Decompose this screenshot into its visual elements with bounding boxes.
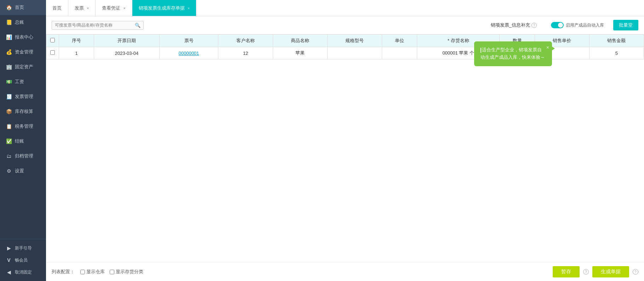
row-amount: 5 [589, 47, 644, 59]
tab-sales-invoice-close[interactable]: × [188, 6, 190, 10]
sidebar-item-label: 税务管理 [15, 123, 33, 130]
toggle-wrapper: 启用产成品自动入库 [551, 22, 604, 28]
save-button[interactable]: 暂存 [553, 266, 580, 277]
sidebar: 🏠 首页 📒 总账 📊 报表中心 💰 资金管理 🏢 固定资产 💵 工资 🧾 发票… [0, 0, 46, 281]
row-customer: 12 [218, 47, 273, 59]
sidebar-item-home[interactable]: 🏠 首页 [0, 0, 46, 15]
tooltip-cursor [481, 48, 481, 53]
sidebar-item-label: 发票管理 [15, 93, 33, 100]
main-area: 首页 发票 × 查看凭证 × 销项发票生成库存单据 × 🔍 销项发票_信息补充 … [46, 0, 644, 281]
toolbar-row: 🔍 销项发票_信息补充 ? 启用产成品自动入库 批量堂 [46, 16, 644, 34]
sidebar-item-label: 首页 [15, 4, 24, 11]
member-icon: V [6, 257, 12, 263]
ledger-icon: 📒 [6, 19, 12, 25]
sidebar-item-member[interactable]: V 畅会员 [0, 254, 46, 266]
tab-home[interactable]: 首页 [46, 0, 68, 16]
tab-view-voucher-label: 查看凭证 [102, 5, 120, 11]
sidebar-item-beginner-guide[interactable]: ▶ 新手引导 [0, 242, 46, 254]
row-unit [382, 47, 417, 59]
sidebar-item-checkout[interactable]: ✅ 结账 [0, 134, 46, 149]
sidebar-item-label: 资金管理 [15, 49, 33, 55]
sidebar-item-label: 总账 [15, 19, 24, 25]
generate-help-icon[interactable]: ? [633, 269, 638, 275]
tooltip-close-button[interactable]: × [546, 44, 549, 51]
cancel-fix-button[interactable]: ◀ 取消固定 [0, 266, 46, 278]
batch-button[interactable]: 批量堂 [613, 20, 638, 30]
header-ticket-no: 票号 [159, 35, 218, 47]
row-checkbox[interactable] [50, 50, 55, 55]
sidebar-item-invoice-management[interactable]: 🧾 发票管理 [0, 89, 46, 104]
sidebar-item-salary[interactable]: 💵 工资 [0, 74, 46, 89]
header-spec: 规格型号 [327, 35, 382, 47]
sidebar-item-label: 工资 [15, 79, 24, 85]
content-area: 🔍 销项发票_信息补充 ? 启用产成品自动入库 批量堂 × 适合生产型企业，销项… [46, 16, 644, 281]
sidebar-bottom: ▶ 新手引导 V 畅会员 ◀ 取消固定 [0, 239, 46, 281]
info-text: 销项发票_信息补充 [491, 22, 530, 28]
header-product-name: 商品名称 [273, 35, 327, 47]
info-question-icon[interactable]: ? [531, 23, 537, 28]
select-all-checkbox[interactable] [50, 38, 55, 42]
inventory-icon: 📦 [6, 108, 12, 115]
sidebar-item-tax-management[interactable]: 📋 税务管理 [0, 119, 46, 134]
show-warehouse-checkbox[interactable]: 显示仓库 [80, 269, 105, 275]
tooltip-popup: × 适合生产型企业，销项发票自动生成产成品入库，快来体验～ [474, 41, 552, 66]
header-unit: 单位 [382, 35, 417, 47]
tab-invoice-close[interactable]: × [87, 6, 89, 10]
search-input[interactable] [55, 23, 133, 28]
row-checkbox-cell [46, 47, 59, 59]
salary-icon: 💵 [6, 79, 12, 85]
header-customer: 客户名称 [218, 35, 273, 47]
row-seq: 1 [59, 47, 94, 59]
tab-sales-invoice[interactable]: 销项发票生成库存单据 × [132, 0, 196, 16]
checkout-icon: ✅ [6, 138, 12, 144]
ticket-no-link[interactable]: 00000001 [179, 51, 199, 56]
sidebar-item-inventory[interactable]: 📦 库存核算 [0, 104, 46, 119]
archive-icon: 🗂 [6, 153, 12, 159]
tab-view-voucher[interactable]: 查看凭证 × [96, 0, 132, 16]
show-category-input[interactable] [110, 270, 114, 274]
header-date: 开票日期 [94, 35, 160, 47]
row-date: 2023-03-04 [94, 47, 160, 59]
sidebar-item-label: 固定资产 [15, 64, 33, 70]
sidebar-item-fixed-assets[interactable]: 🏢 固定资产 [0, 59, 46, 74]
sidebar-bottom-label: 新手引导 [15, 245, 32, 251]
search-box[interactable]: 🔍 [52, 21, 144, 30]
sidebar-item-report-center[interactable]: 📊 报表中心 [0, 30, 46, 45]
generate-button[interactable]: 生成单据 [592, 266, 629, 277]
tab-view-voucher-close[interactable]: × [123, 6, 125, 10]
row-product-name: 苹果 [273, 47, 327, 59]
sidebar-item-label: 归档管理 [15, 153, 33, 159]
sidebar-item-label: 库存核算 [15, 108, 33, 115]
sidebar-item-general-ledger[interactable]: 📒 总账 [0, 15, 46, 30]
home-icon: 🏠 [6, 4, 12, 11]
assets-icon: 🏢 [6, 64, 12, 70]
tax-icon: 📋 [6, 123, 12, 130]
fund-icon: 💰 [6, 49, 12, 55]
invoice-icon: 🧾 [6, 93, 12, 100]
sidebar-item-fund-management[interactable]: 💰 资金管理 [0, 45, 46, 59]
bottom-bar: 列表配置： 显示仓库 显示存货分类 暂存 ? 生成单据 ? [46, 262, 644, 281]
sidebar-item-archive[interactable]: 🗂 归档管理 [0, 149, 46, 164]
cancel-fix-icon: ◀ [6, 269, 12, 275]
toggle-knob [558, 23, 563, 28]
show-warehouse-input[interactable] [80, 270, 85, 274]
tab-sales-invoice-label: 销项发票生成库存单据 [139, 5, 185, 11]
table-container: × 适合生产型企业，销项发票自动生成产成品入库，快来体验～ 序号 开票日期 票号… [46, 34, 644, 262]
show-category-label: 显示存货分类 [116, 269, 143, 275]
save-help-icon[interactable]: ? [583, 269, 589, 275]
sidebar-item-settings[interactable]: ⚙ 设置 [0, 164, 46, 178]
sidebar-item-label: 设置 [15, 168, 24, 174]
auto-warehouse-toggle[interactable] [551, 22, 564, 28]
table-header-row: 序号 开票日期 票号 客户名称 商品名称 规格型号 单位 * 存货名称 数量 销… [46, 35, 644, 47]
show-category-checkbox[interactable]: 显示存货分类 [110, 269, 143, 275]
bottom-actions: 暂存 ? 生成单据 ? [553, 266, 638, 277]
settings-icon: ⚙ [6, 168, 12, 174]
info-label: 销项发票_信息补充 ? [491, 22, 537, 28]
list-config-label: 列表配置： [52, 269, 75, 275]
sidebar-item-label: 报表中心 [15, 34, 33, 40]
tooltip-text: 适合生产型企业，销项发票自动生成产成品入库，快来体验～ [481, 47, 545, 60]
sidebar-bottom-label: 畅会员 [15, 257, 28, 263]
tab-invoice[interactable]: 发票 × [68, 0, 96, 16]
cancel-fix-label: 取消固定 [15, 269, 32, 275]
search-icon[interactable]: 🔍 [135, 23, 140, 28]
